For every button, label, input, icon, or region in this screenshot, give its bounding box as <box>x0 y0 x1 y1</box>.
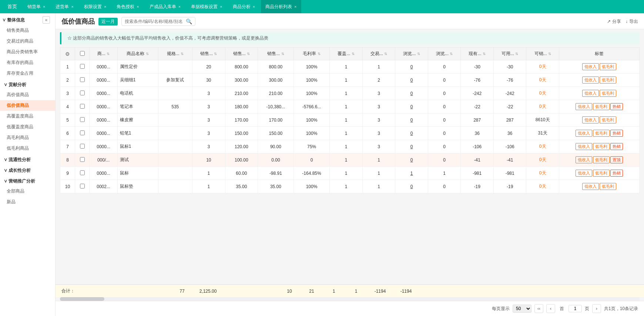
row-checkbox[interactable] <box>75 113 89 127</box>
sidebar-item-high-coverage[interactable]: 高覆盖度商品 <box>0 111 55 122</box>
row-checkbox[interactable] <box>75 87 89 100</box>
col-coverage[interactable]: 覆盖... ⇅ <box>330 48 363 60</box>
sidebar-item-low-margin[interactable]: 低毛利商品 <box>0 143 55 154</box>
sidebar-item-sales-goods[interactable]: 销售类商品 <box>0 25 55 36</box>
col-gross-margin[interactable]: 毛利率 ⇅ <box>294 48 330 60</box>
filter-tag[interactable]: 近一月 <box>98 18 118 26</box>
nav-template-settings[interactable]: 单据模板设置 × <box>187 0 227 13</box>
browse1-link[interactable]: 0 <box>410 78 413 83</box>
sidebar-item-stock-capital[interactable]: 库存资金占用 <box>0 68 55 79</box>
col-name[interactable]: 商品名称 ⇅ <box>117 48 158 60</box>
browse1-link[interactable]: 0 <box>410 144 413 149</box>
search-input[interactable] <box>125 19 186 24</box>
scrollbar-thumb[interactable] <box>60 297 104 301</box>
page-input[interactable] <box>568 305 582 312</box>
close-icon[interactable]: × <box>294 4 296 9</box>
row-checkbox[interactable] <box>75 140 89 153</box>
row-select-checkbox[interactable] <box>80 184 85 188</box>
row-browse1[interactable]: 0 <box>395 100 428 113</box>
col-settings[interactable]: ⚙ <box>60 48 75 60</box>
row-select-checkbox[interactable] <box>80 130 85 135</box>
sidebar-item-high-margin[interactable]: 高毛利商品 <box>0 132 55 143</box>
col-spec[interactable]: 规格... ⇅ <box>158 48 192 60</box>
share-button[interactable]: ↗ 分享 <box>607 18 621 25</box>
nav-permission[interactable]: 权限设置 × <box>80 0 111 13</box>
row-checkbox[interactable] <box>75 180 89 193</box>
sidebar-item-stock-goods[interactable]: 有库存的商品 <box>0 57 55 68</box>
sidebar-item-all-goods[interactable]: 全部商品 <box>0 186 55 197</box>
sidebar-item-low-coverage[interactable]: 低覆盖度商品 <box>0 122 55 132</box>
select-all-checkbox[interactable] <box>80 51 85 56</box>
row-browse1[interactable]: 0 <box>395 127 428 140</box>
col-current-stock[interactable]: 现有... ⇅ <box>461 48 494 60</box>
settings-icon[interactable]: ⚙ <box>65 51 70 57</box>
browse1-link[interactable]: 0 <box>410 157 413 163</box>
row-select-checkbox[interactable] <box>80 64 85 69</box>
row-browse1[interactable]: 1 <box>395 167 428 180</box>
col-code[interactable]: 商... ⇅ <box>90 48 117 60</box>
row-browse1[interactable]: 0 <box>395 87 428 100</box>
browse1-link[interactable]: 0 <box>410 91 413 96</box>
sidebar-item-traded-goods[interactable]: 交易过的商品 <box>0 36 55 47</box>
row-checkbox[interactable] <box>75 127 89 140</box>
row-select-checkbox[interactable] <box>80 170 85 175</box>
first-page-btn[interactable]: ‹‹ <box>534 304 543 313</box>
browse1-link[interactable]: 1 <box>410 171 413 176</box>
col-browse1[interactable]: 浏览... ⇅ <box>395 48 428 60</box>
scrollbar[interactable] <box>60 297 640 301</box>
row-checkbox[interactable] <box>75 167 89 180</box>
browse1-link[interactable]: 0 <box>410 118 413 123</box>
sidebar-item-low-value[interactable]: 低价值商品 <box>0 100 55 111</box>
nav-sales-order[interactable]: 销货单 × <box>23 0 50 13</box>
browse1-link[interactable]: 0 <box>410 64 413 69</box>
close-icon[interactable]: × <box>104 4 106 9</box>
close-icon[interactable]: × <box>71 4 73 9</box>
nav-role-auth[interactable]: 角色授权 × <box>112 0 143 13</box>
close-icon[interactable]: × <box>43 4 45 9</box>
sidebar-item-new-goods[interactable]: 新品 <box>0 197 55 207</box>
sidebar-item-high-value[interactable]: 高价值商品 <box>0 89 55 100</box>
per-page-select[interactable]: 50 100 <box>513 305 531 313</box>
row-browse1[interactable]: 0 <box>395 113 428 127</box>
browse1-link[interactable]: 0 <box>410 131 413 136</box>
row-browse1[interactable]: 0 <box>395 74 428 87</box>
row-select-checkbox[interactable] <box>80 157 85 162</box>
browse1-link[interactable]: 0 <box>410 184 413 189</box>
col-sales-price[interactable]: 销售... ⇅ <box>225 48 258 60</box>
close-icon[interactable]: × <box>253 4 255 9</box>
close-icon[interactable]: × <box>137 4 139 9</box>
next-page-btn[interactable]: › <box>592 304 601 313</box>
row-select-checkbox[interactable] <box>80 77 85 82</box>
row-checkbox[interactable] <box>75 100 89 113</box>
browse1-link[interactable]: 0 <box>410 104 413 109</box>
row-browse1[interactable]: 0 <box>395 180 428 193</box>
close-icon[interactable]: × <box>178 4 181 9</box>
close-icon[interactable]: × <box>220 4 222 9</box>
nav-purchase-order[interactable]: 进货单 × <box>51 0 78 13</box>
col-sales-cost[interactable]: 销售... ⇅ <box>258 48 294 60</box>
col-trade[interactable]: 交易... ⇅ <box>362 48 395 60</box>
row-select-checkbox[interactable] <box>80 117 85 122</box>
nav-product-analysis-list[interactable]: 商品分析列表 × <box>261 0 301 13</box>
nav-product-analysis[interactable]: 商品分析 × <box>228 0 259 13</box>
row-checkbox[interactable] <box>75 153 89 167</box>
export-button[interactable]: ↓ 导出 <box>625 18 638 25</box>
col-browse2[interactable]: 浏览... ⇅ <box>428 48 461 60</box>
nav-home[interactable]: 首页 <box>3 0 21 13</box>
col-saleable[interactable]: 可销... ⇅ <box>526 48 559 60</box>
row-checkbox[interactable] <box>75 60 89 74</box>
row-select-checkbox[interactable] <box>80 144 85 149</box>
row-browse1[interactable]: 0 <box>395 153 428 167</box>
row-select-checkbox[interactable] <box>80 104 85 109</box>
sidebar-collapse-btn[interactable]: « <box>43 16 50 24</box>
prev-page-btn[interactable]: ‹ <box>546 304 555 313</box>
search-icon[interactable]: 🔍 <box>186 18 192 24</box>
row-browse1[interactable]: 0 <box>395 140 428 153</box>
col-sales-qty[interactable]: 销售... ⇅ <box>192 48 225 60</box>
row-checkbox[interactable] <box>75 74 89 87</box>
sidebar-item-category-sales[interactable]: 商品分类销售率 <box>0 47 55 57</box>
nav-finished-goods[interactable]: 产成品入库单 × <box>145 0 185 13</box>
col-available[interactable]: 可用... ⇅ <box>493 48 526 60</box>
row-browse1[interactable]: 0 <box>395 60 428 74</box>
row-select-checkbox[interactable] <box>80 91 85 95</box>
